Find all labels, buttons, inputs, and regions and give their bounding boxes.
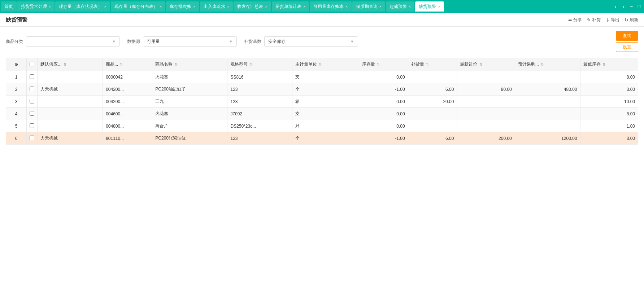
- cell-checkbox-1[interactable]: [27, 83, 38, 96]
- close-tab-inventory-status[interactable]: ×: [104, 4, 106, 9]
- cell-supplier-2: [38, 96, 103, 108]
- close-tab-overstock-warn[interactable]: ×: [409, 4, 411, 9]
- col-product-name[interactable]: 商品名称 ⇅: [152, 58, 227, 71]
- tab-shortage-warn[interactable]: 缺货预警 ×: [415, 1, 444, 12]
- cell-est-purchase-3: [515, 108, 580, 120]
- col-gear[interactable]: ⚙: [6, 58, 27, 71]
- tab-avail-ledger[interactable]: 可用量库存账本 ×: [310, 1, 351, 12]
- cell-unit-1: 个: [292, 83, 359, 96]
- tab-bar: 首页 拣货异常处理 × 现存量（库存状况表） × 现存量（库存分布表） × 库存…: [0, 0, 644, 13]
- replenish-base-select[interactable]: 安全库存 ▼: [264, 36, 358, 47]
- close-tab-exception[interactable]: ×: [49, 4, 51, 9]
- col-stock[interactable]: 库存量 ⇅: [359, 58, 408, 71]
- cell-num-3: 4: [6, 108, 27, 120]
- row-checkbox-0[interactable]: [30, 74, 34, 79]
- cell-latest-price-4: [457, 120, 515, 132]
- tab-exception[interactable]: 拣货异常处理 ×: [17, 1, 55, 12]
- col-checkbox-header[interactable]: [27, 58, 38, 71]
- cell-stock-1: -1.00: [359, 83, 408, 96]
- share-button[interactable]: ➦ 分享: [568, 17, 582, 23]
- col-product-code[interactable]: 商品... ⇅: [103, 58, 152, 71]
- sort-stock-icon: ⇅: [377, 62, 380, 66]
- cell-code-1: 004200...: [103, 83, 152, 96]
- setting-button[interactable]: 设置: [616, 42, 638, 52]
- close-tab-requisition-stat[interactable]: ×: [303, 4, 305, 9]
- close-tab-collect-summary[interactable]: ×: [265, 4, 267, 9]
- cell-name-0: 火花塞: [152, 71, 227, 83]
- tab-batch-account[interactable]: 库存批次账 ×: [166, 1, 199, 12]
- row-checkbox-4[interactable]: [30, 123, 34, 128]
- cell-est-purchase-1: 480.00: [515, 83, 580, 96]
- tab-overstock-warn[interactable]: 超储预警 ×: [386, 1, 414, 12]
- tab-scroll-left[interactable]: ‹: [612, 1, 619, 12]
- close-tab-inout-flow[interactable]: ×: [227, 4, 229, 9]
- row-checkbox-1[interactable]: [30, 87, 34, 91]
- tab-scroll-right[interactable]: ›: [619, 1, 627, 12]
- sort-spec-icon: ⇅: [250, 62, 253, 66]
- col-latest-price[interactable]: 最新进价 ⇅: [457, 58, 515, 71]
- row-checkbox-2[interactable]: [30, 99, 34, 103]
- cell-replenish-qty-2: 20.00: [408, 96, 457, 108]
- close-tab-batch-account[interactable]: ×: [193, 4, 195, 9]
- refresh-button[interactable]: ↻ 刷新: [625, 17, 638, 23]
- tab-home[interactable]: 首页: [1, 1, 17, 12]
- cell-checkbox-4[interactable]: [27, 120, 38, 132]
- col-min-stock[interactable]: 最低库存 ⇅: [580, 58, 638, 71]
- cell-latest-price-0: [457, 71, 515, 83]
- cell-latest-price-5: 200.00: [457, 132, 515, 145]
- cell-checkbox-5[interactable]: [27, 132, 38, 145]
- close-tab-avail-ledger[interactable]: ×: [345, 4, 348, 9]
- replenish-button[interactable]: ✎ 补货: [587, 17, 601, 23]
- tab-inout-flow[interactable]: 出入库流水 ×: [200, 1, 233, 12]
- tab-minimize[interactable]: −: [627, 1, 635, 12]
- select-all-checkbox[interactable]: [30, 62, 34, 66]
- cell-min-stock-1: 3.00: [580, 83, 638, 96]
- data-table: ⚙ 默认供应... ⇅ 商品... ⇅ 商品名称 ⇅: [6, 58, 638, 145]
- sort-est-purchase-icon: ⇅: [541, 62, 544, 66]
- query-button[interactable]: 查询: [616, 31, 638, 41]
- cell-checkbox-2[interactable]: [27, 96, 38, 108]
- cell-supplier-0: [38, 71, 103, 83]
- cell-checkbox-3[interactable]: [27, 108, 38, 120]
- cell-checkbox-0[interactable]: [27, 71, 38, 83]
- category-select[interactable]: ▼: [26, 36, 120, 47]
- row-checkbox-3[interactable]: [30, 111, 34, 116]
- tab-inventory-status[interactable]: 现存量（库存状况表） ×: [55, 1, 110, 12]
- col-est-purchase[interactable]: 预计采购... ⇅: [515, 58, 580, 71]
- cell-stock-0: 0.00: [359, 71, 408, 83]
- cell-name-1: PC200油缸缸子: [152, 83, 227, 96]
- table-row: 6力天机械801110...PC200张紧油缸123个-1.006.00200.…: [6, 132, 638, 145]
- cell-stock-2: 0.00: [359, 96, 408, 108]
- col-default-supplier[interactable]: 默认供应... ⇅: [38, 58, 103, 71]
- cell-stock-4: 0.00: [359, 120, 408, 132]
- close-tab-inventory-dist[interactable]: ×: [160, 4, 162, 9]
- datasource-select[interactable]: 可用量 ▼: [143, 36, 237, 47]
- col-unit[interactable]: 主计量单位 ⇅: [292, 58, 359, 71]
- cell-code-2: 004200...: [103, 96, 152, 108]
- category-arrow-icon: ▼: [112, 39, 116, 44]
- close-tab-shortage-warn[interactable]: ×: [438, 4, 440, 9]
- tab-requisition-stat[interactable]: 要货单统计表 ×: [272, 1, 309, 12]
- tab-expiry-query[interactable]: 保质期查询 ×: [352, 1, 385, 12]
- export-icon: ⇓: [606, 17, 610, 23]
- filter-actions: 查询 设置: [616, 31, 638, 52]
- tab-collect-summary[interactable]: 收发存汇总表 ×: [234, 1, 271, 12]
- tab-maximize[interactable]: □: [635, 1, 643, 12]
- cell-min-stock-0: 8.00: [580, 71, 638, 83]
- cell-latest-price-2: [457, 96, 515, 108]
- cell-code-0: 0000042: [103, 71, 152, 83]
- cell-spec-0: SS816: [227, 71, 292, 83]
- datasource-arrow-icon: ▼: [229, 39, 233, 44]
- export-button[interactable]: ⇓ 导出: [606, 17, 619, 23]
- tab-inventory-dist[interactable]: 现存量（库存分布表） ×: [111, 1, 165, 12]
- cell-code-5: 801110...: [103, 132, 152, 145]
- col-spec[interactable]: 规格型号 ⇅: [227, 58, 292, 71]
- cell-min-stock-4: 1.00: [580, 120, 638, 132]
- cell-replenish-qty-5: 6.00: [408, 132, 457, 145]
- row-checkbox-5[interactable]: [30, 136, 34, 140]
- close-tab-expiry-query[interactable]: ×: [379, 4, 382, 9]
- col-replenish-qty[interactable]: 补货量 ⇅: [408, 58, 457, 71]
- cell-supplier-3: [38, 108, 103, 120]
- filter-row-1: 商品分类 ▼ 数据源 可用量 ▼ 补货基数 安全库存 ▼ 查询 设置: [0, 27, 644, 55]
- cell-latest-price-3: [457, 108, 515, 120]
